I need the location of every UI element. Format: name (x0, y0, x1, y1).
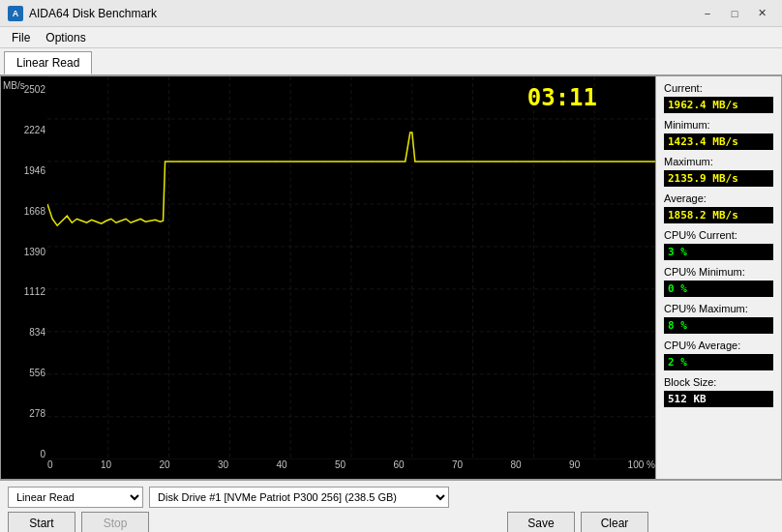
y-label-1946: 1946 (3, 165, 45, 176)
cpu-minimum-value: 0 % (664, 281, 773, 297)
average-label: Average: (664, 192, 773, 204)
cpu-average-value: 2 % (664, 354, 773, 370)
drive-select[interactable]: Disk Drive #1 [NVMe Patriot P300 256] (2… (149, 487, 449, 508)
cpu-maximum-value: 8 % (664, 317, 773, 334)
x-label-50: 50 (335, 459, 346, 479)
window-title: AIDA64 Disk Benchmark (29, 7, 157, 20)
x-label-30: 30 (218, 459, 228, 479)
stop-button[interactable]: Stop (81, 512, 149, 532)
chart-svg (47, 76, 655, 459)
x-label-20: 20 (159, 459, 169, 479)
average-value: 1858.2 MB/s (664, 207, 773, 223)
chart-yaxis: 2502 2224 1946 1668 1390 1112 834 556 27… (1, 76, 47, 479)
y-label-556: 556 (3, 368, 45, 378)
maximize-button[interactable]: □ (722, 4, 747, 23)
x-label-90: 90 (569, 459, 580, 479)
y-label-1390: 1390 (3, 247, 45, 257)
chart-area: 03:11 MB/s 2502 2224 1946 1668 1390 1112… (1, 76, 655, 479)
bottom-row2-left: Start Stop (8, 512, 149, 532)
block-size-value: 512 KB (664, 391, 773, 407)
bottom-row2-right: Save Clear (507, 512, 648, 532)
chart-xaxis: 0 10 20 30 40 50 60 70 80 90 100 % (47, 459, 655, 479)
options-menu[interactable]: Options (38, 29, 93, 46)
x-label-0: 0 (47, 459, 53, 479)
tab-linear-read[interactable]: Linear Read (4, 51, 92, 74)
file-menu[interactable]: File (4, 29, 38, 46)
minimum-label: Minimum: (664, 119, 773, 131)
x-label-40: 40 (277, 459, 287, 479)
close-button[interactable]: ✕ (749, 4, 774, 23)
stats-panel: Current: 1962.4 MB/s Minimum: 1423.4 MB/… (655, 76, 781, 479)
mode-select[interactable]: Linear Read Linear Write Random Read Ran… (8, 487, 143, 508)
cpu-maximum-label: CPU% Maximum: (664, 303, 773, 314)
clear-button[interactable]: Clear (581, 512, 648, 532)
y-label-1668: 1668 (3, 206, 45, 217)
x-label-70: 70 (452, 459, 463, 479)
chart-content (47, 76, 655, 459)
current-value: 1962.4 MB/s (664, 97, 773, 113)
chart-timer: 03:11 (527, 84, 597, 111)
title-bar: A AIDA64 Disk Benchmark − □ ✕ (0, 0, 782, 27)
cpu-current-label: CPU% Current: (664, 229, 773, 241)
bottom-row2: Start Stop Save Clear (8, 512, 774, 532)
bottom-row1: Linear Read Linear Write Random Read Ran… (8, 487, 774, 508)
y-label-0: 0 (3, 449, 45, 459)
cpu-average-label: CPU% Average: (664, 340, 773, 351)
maximum-value: 2135.9 MB/s (664, 170, 773, 187)
y-label-834: 834 (3, 327, 45, 338)
x-label-10: 10 (101, 459, 111, 479)
window-controls: − □ ✕ (695, 4, 774, 23)
start-button[interactable]: Start (8, 512, 75, 532)
y-label-2502: 2502 (3, 84, 45, 95)
y-label-2224: 2224 (3, 125, 45, 135)
minimum-value: 1423.4 MB/s (664, 133, 773, 150)
maximum-label: Maximum: (664, 156, 773, 167)
x-label-100: 100 % (628, 459, 655, 479)
y-label-1112: 1112 (3, 286, 45, 297)
block-size-label: Block Size: (664, 376, 773, 388)
app-icon: A (8, 6, 23, 21)
cpu-current-value: 3 % (664, 244, 773, 260)
cpu-minimum-label: CPU% Minimum: (664, 266, 773, 278)
y-label-278: 278 (3, 408, 45, 419)
bottom-bar: Linear Read Linear Write Random Read Ran… (0, 480, 782, 532)
minimize-button[interactable]: − (695, 4, 720, 23)
save-button[interactable]: Save (507, 512, 575, 532)
current-label: Current: (664, 82, 773, 94)
tabs-bar: Linear Read (0, 48, 782, 75)
x-label-60: 60 (394, 459, 405, 479)
menu-bar: File Options (0, 27, 782, 48)
x-label-80: 80 (511, 459, 522, 479)
main-area: 03:11 MB/s 2502 2224 1946 1668 1390 1112… (0, 75, 782, 480)
